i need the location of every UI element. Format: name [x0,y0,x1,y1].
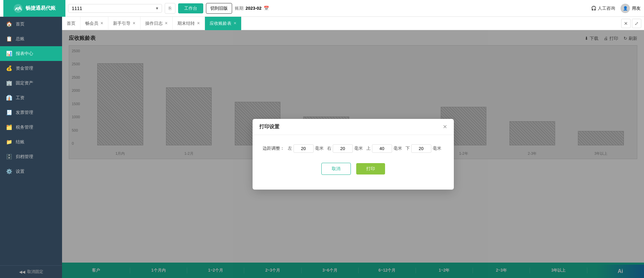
sidebar: 🏠首页📋总账📊报表中心💰资金管理🏢固定资产👔工资🧾发票管理🗂️税务管理📁结账🗄️… [0,17,62,278]
tab-label: 畅会员 [85,20,98,26]
sidebar-icon: 👔 [6,95,12,101]
right-label: 右 [327,145,331,151]
sidebar-item-label: 首页 [16,21,24,27]
tab-label: 首页 [67,20,75,26]
sidebar-item-总账[interactable]: 📋总账 [0,31,62,46]
modal-close-button[interactable]: ✕ [443,124,447,130]
sidebar-item-固定资产[interactable]: 🏢固定资产 [0,76,62,90]
sidebar-item-发票管理[interactable]: 🧾发票管理 [0,105,62,120]
sidebar-collapse-button[interactable]: ◀◀ 取消固定 [0,265,62,278]
tab-期末结转[interactable]: 期末结转✕ [173,17,205,30]
margin-row: 边距调整： 左 毫米 右 毫米 [263,144,444,153]
chevron-down-icon: ▾ [156,6,158,11]
sidebar-item-label: 税务管理 [16,124,33,130]
username: 用友 [632,5,641,11]
sidebar-icon: 📋 [6,36,12,42]
maximize-button[interactable]: ⤢ [632,19,641,28]
top-unit: 毫米 [393,145,402,151]
main-layout: 🏠首页📋总账📊报表中心💰资金管理🏢固定资产👔工资🧾发票管理🗂️税务管理📁结账🗄️… [0,17,644,278]
bottom-margin-input[interactable] [411,144,431,153]
tab-label: 期末结转 [177,20,195,26]
sidebar-item-label: 发票管理 [16,110,33,116]
pin-icon: ◀◀ [19,270,25,274]
sidebar-icon: 🏢 [6,80,12,86]
right-actions: 🎧 人工咨询 👤 用友 [591,4,641,13]
right-unit: 毫米 [354,145,363,151]
tab-close-icon[interactable]: ✕ [132,21,136,25]
tab-应收账龄表[interactable]: 应收账龄表✕ [205,17,241,30]
tab-close-icon[interactable]: ✕ [100,21,103,25]
print-settings-modal: 打印设置 ✕ 边距调整： 左 毫米 右 [253,119,454,190]
sidebar-item-税务管理[interactable]: 🗂️税务管理 [0,120,62,135]
modal-footer: 取消 打印 [263,163,444,182]
left-unit: 毫米 [315,145,324,151]
switch-old-button[interactable]: 切到旧版 [206,3,232,14]
left-margin-group: 左 毫米 [288,144,324,153]
modal-body: 边距调整： 左 毫米 右 毫米 [253,135,454,190]
logo-icon [13,4,23,13]
company-selector[interactable]: 1111 ▾ [68,4,162,13]
content-area: 首页畅会员✕新手引导✕操作日志✕期末结转✕应收账龄表✕ ✕ ⤢ 应收账龄表 ⬇ … [62,17,644,278]
tab-label: 操作日志 [145,20,163,26]
sidebar-item-label: 资金管理 [16,65,33,71]
sidebar-icon: 🧾 [6,110,12,116]
top-margin-group: 上 毫米 [366,144,402,153]
tab-首页[interactable]: 首页 [62,17,80,30]
tab-close-icon[interactable]: ✕ [233,21,236,25]
left-label: 左 [288,145,292,151]
left-margin-input[interactable] [293,144,314,153]
right-margin-group: 右 毫米 [327,144,363,153]
consult-label: 人工咨询 [598,5,615,11]
sidebar-item-设置[interactable]: ⚙️设置 [0,164,62,179]
top-label: 上 [366,145,371,151]
tab-畅会员[interactable]: 畅会员✕ [80,17,108,30]
logo-text: 畅捷通易代账 [25,5,56,11]
sidebar-item-资金管理[interactable]: 💰资金管理 [0,61,62,76]
sidebar-icon: 🗂️ [6,124,12,130]
tab-close-icon[interactable]: ✕ [197,21,200,25]
sidebar-item-报表中心[interactable]: 📊报表中心 [0,46,62,61]
sidebar-item-label: 结账 [16,139,24,145]
page-content: 应收账龄表 ⬇ 下载 🖨 打印 ↻ 刷新 [62,30,644,278]
period-value: 2023-02 [246,6,262,11]
modal-title: 打印设置 [259,124,279,130]
modal-overlay: 打印设置 ✕ 边距调整： 左 毫米 右 [62,30,644,278]
right-margin-input[interactable] [333,144,353,153]
tab-操作日志[interactable]: 操作日志✕ [141,17,173,30]
sidebar-item-label: 工资 [16,95,24,101]
sidebar-icon: ⚙️ [6,168,12,175]
sidebar-icon: 🏠 [6,21,12,27]
tab-actions: ✕ ⤢ [619,19,644,28]
workbench-button[interactable]: 工作台 [178,3,203,13]
sidebar-item-label: 报表中心 [16,51,33,57]
company-name: 1111 [72,6,153,11]
user-area[interactable]: 👤 用友 [621,4,641,13]
top-margin-input[interactable] [372,144,392,153]
sidebar-item-首页[interactable]: 🏠首页 [0,17,62,31]
tab-label: 新手引导 [113,20,130,26]
sidebar-scroll: 🏠首页📋总账📊报表中心💰资金管理🏢固定资产👔工资🧾发票管理🗂️税务管理📁结账🗄️… [0,17,62,265]
sidebar-icon: 🗄️ [6,154,12,160]
svg-point-0 [13,4,22,12]
modal-print-button[interactable]: 打印 [356,163,385,175]
logo-area: 畅捷通易代账 [3,0,65,17]
sidebar-item-结账[interactable]: 📁结账 [0,135,62,149]
top-header: 畅捷通易代账 1111 ▾ ⎘ 工作台 切到旧版 账期 2023-02 📅 🎧 … [0,0,644,17]
period-area: 账期 2023-02 📅 [235,5,269,11]
copy-button[interactable]: ⎘ [165,3,175,14]
sidebar-item-归档管理[interactable]: 🗄️归档管理 [0,149,62,164]
tab-close-icon[interactable]: ✕ [165,21,168,25]
sidebar-item-工资[interactable]: 👔工资 [0,90,62,105]
sidebar-icon: 📁 [6,139,12,145]
tabs-bar: 首页畅会员✕新手引导✕操作日志✕期末结转✕应收账龄表✕ ✕ ⤢ [62,17,644,30]
cancel-button[interactable]: 取消 [321,163,351,175]
calendar-icon[interactable]: 📅 [264,6,269,11]
collapse-label: 取消固定 [27,269,43,275]
headset-icon: 🎧 [591,6,596,11]
consult-button[interactable]: 🎧 人工咨询 [591,5,615,11]
close-window-button[interactable]: ✕ [621,19,631,28]
copy-icon: ⎘ [169,6,171,11]
bottom-margin-group: 下 毫米 [406,144,441,153]
modal-header: 打印设置 ✕ [253,119,454,135]
tab-新手引导[interactable]: 新手引导✕ [108,17,141,30]
